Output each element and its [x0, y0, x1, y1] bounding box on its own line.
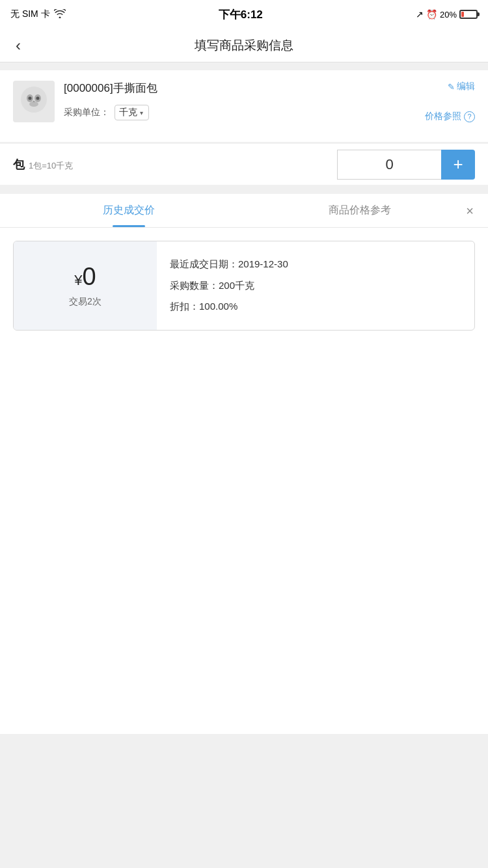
price-display: ¥0 [74, 263, 96, 291]
status-left: 无 SIM 卡 [10, 8, 66, 20]
svg-point-4 [36, 96, 40, 100]
price-ref-button[interactable]: 价格参照 ? [425, 111, 475, 122]
svg-point-0 [21, 87, 47, 113]
tab-history-price-label: 历史成交价 [103, 204, 155, 217]
tab-history-price[interactable]: 历史成交价 [13, 194, 244, 227]
tabs-header: 历史成交价 商品价格参考 × [0, 194, 488, 228]
quantity-unit-sub: 1包=10千克 [29, 160, 73, 172]
product-info: [0000006]手撕面包 采购单位： 千克 ▾ [13, 81, 418, 122]
location-icon: ↗ [416, 9, 424, 20]
price-ref-help-icon: ? [464, 111, 475, 122]
bottom-area [0, 344, 488, 734]
battery-icon [459, 10, 478, 19]
quantity-input[interactable]: 0 [337, 150, 441, 180]
plus-icon: + [453, 154, 463, 174]
product-header: [0000006]手撕面包 采购单位： 千克 ▾ ✎ 编辑 价格参照 ? [13, 81, 475, 122]
status-right: ↗ ⏰ 20% [416, 9, 478, 20]
purchase-qty-row: 采购数量：200千克 [170, 278, 461, 293]
wifi-icon [54, 9, 66, 20]
discount-row: 折扣：100.00% [170, 299, 461, 314]
product-card: [0000006]手撕面包 采购单位： 千克 ▾ ✎ 编辑 价格参照 ? [0, 70, 488, 142]
quantity-controls: 0 + [337, 150, 475, 180]
status-time: 下午6:12 [219, 7, 263, 22]
page-title: 填写商品采购信息 [195, 37, 293, 54]
unit-select[interactable]: 千克 ▾ [115, 105, 149, 120]
product-unit-row: 采购单位： 千克 ▾ [64, 105, 418, 120]
status-bar: 无 SIM 卡 下午6:12 ↗ ⏰ 20% [0, 0, 488, 29]
edit-button[interactable]: ✎ 编辑 [448, 81, 475, 92]
quantity-section: 包 1包=10千克 0 + [0, 143, 488, 185]
tab-product-price-ref[interactable]: 商品价格参考 [244, 194, 475, 227]
unit-label: 采购单位： [64, 107, 109, 118]
product-thumbnail [13, 81, 55, 122]
tab-close-button[interactable]: × [462, 199, 478, 222]
price-card-right: 最近成交日期：2019-12-30 采购数量：200千克 折扣：100.00% [157, 241, 474, 330]
unit-dropdown-arrow: ▾ [140, 109, 143, 116]
quantity-unit-main: 包 [13, 157, 25, 172]
recent-date-value: 2019-12-30 [238, 258, 288, 269]
price-amount: 0 [83, 263, 96, 290]
price-card-left: ¥0 交易2次 [14, 241, 157, 330]
back-button[interactable]: ‹ [13, 34, 23, 57]
purchase-qty-value: 200千克 [219, 280, 254, 291]
price-ref-label: 价格参照 [425, 111, 461, 122]
product-logo-icon [20, 86, 47, 118]
alarm-icon: ⏰ [426, 9, 437, 20]
purchase-qty-label: 采购数量： [170, 280, 219, 291]
product-name-area: [0000006]手撕面包 采购单位： 千克 ▾ [64, 81, 418, 120]
no-sim-label: 无 SIM 卡 [10, 8, 50, 20]
edit-label: 编辑 [457, 81, 475, 92]
recent-date-label: 最近成交日期： [170, 258, 238, 269]
tab-content-history: ¥0 交易2次 最近成交日期：2019-12-30 采购数量：200千克 折扣：… [0, 228, 488, 344]
nav-bar: ‹ 填写商品采购信息 [0, 29, 488, 62]
quantity-plus-button[interactable]: + [441, 150, 475, 180]
recent-date-row: 最近成交日期：2019-12-30 [170, 257, 461, 272]
currency-symbol: ¥ [74, 272, 82, 288]
discount-label: 折扣： [170, 301, 199, 312]
history-price-card: ¥0 交易2次 最近成交日期：2019-12-30 采购数量：200千克 折扣：… [13, 241, 475, 331]
edit-icon: ✎ [448, 82, 455, 92]
product-name: [0000006]手撕面包 [64, 81, 418, 96]
discount-value: 100.00% [199, 301, 237, 312]
svg-point-5 [29, 102, 38, 107]
battery-percent: 20% [440, 10, 457, 20]
trades-count: 交易2次 [69, 296, 102, 308]
quantity-label-area: 包 1包=10千克 [13, 157, 73, 172]
tab-product-price-ref-label: 商品价格参考 [329, 204, 391, 217]
quantity-value: 0 [385, 156, 393, 173]
tabs-section: 历史成交价 商品价格参考 × ¥0 交易2次 最近成交日期：2019-12-30… [0, 194, 488, 344]
svg-point-3 [29, 96, 32, 100]
unit-value: 千克 [119, 107, 137, 118]
